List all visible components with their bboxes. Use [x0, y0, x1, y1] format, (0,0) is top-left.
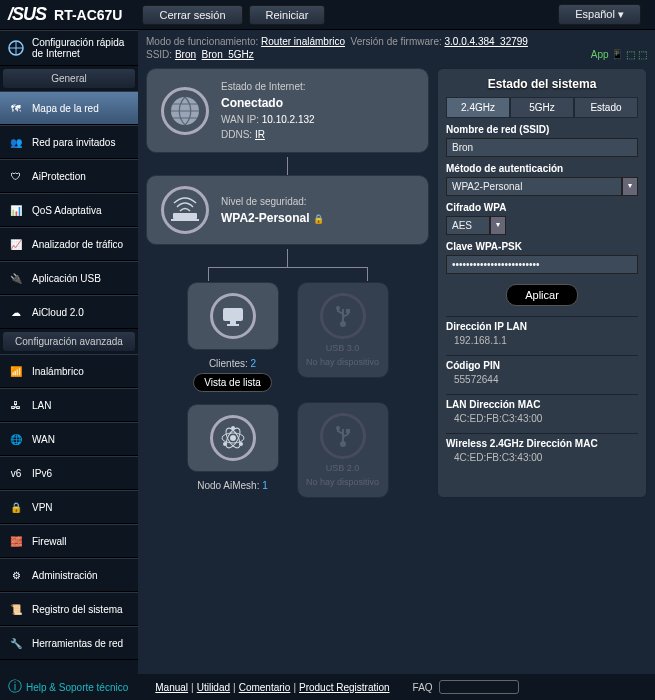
sidebar-item-firewall[interactable]: 🧱Firewall	[0, 524, 138, 558]
sidebar-item-lan[interactable]: 🖧LAN	[0, 388, 138, 422]
chevron-down-icon[interactable]: ▾	[490, 216, 506, 235]
svg-rect-2	[173, 213, 197, 219]
router-card[interactable]: Nivel de seguridad: WPA2-Personal🔒	[146, 175, 429, 245]
logout-button[interactable]: Cerrar sesión	[142, 5, 242, 25]
auth-select[interactable]	[446, 177, 622, 196]
sidebar-item-mapa-de-la-red[interactable]: 🗺Mapa de la red	[0, 91, 138, 125]
system-status-panel: Estado del sistema 2.4GHz 5GHz Estado No…	[437, 68, 647, 498]
internet-card[interactable]: Estado de Internet: Conectado WAN IP: 10…	[146, 68, 429, 153]
svg-rect-19	[346, 429, 350, 433]
svg-point-15	[336, 306, 340, 310]
nav-icon: 🔒	[6, 497, 26, 517]
nav-icon: 🛡	[6, 166, 26, 186]
footer-link-utility[interactable]: Utilidad	[197, 682, 230, 693]
nav-icon: 🖧	[6, 395, 26, 415]
nav-icon: 🧱	[6, 531, 26, 551]
usb2-card[interactable]: USB 2.0 No hay dispositivo	[297, 402, 389, 498]
sidebar-item-registro-del-sistema[interactable]: 📜Registro del sistema	[0, 592, 138, 626]
brand-logo: /SUS	[8, 4, 46, 25]
footer-link-feedback[interactable]: Comentario	[239, 682, 291, 693]
usb3-card[interactable]: USB 3.0 No hay dispositivo	[297, 282, 389, 378]
sidebar-item-administración[interactable]: ⚙Administración	[0, 558, 138, 592]
nav-icon: ⚙	[6, 565, 26, 585]
sidebar-item-aiprotection[interactable]: 🛡AiProtection	[0, 159, 138, 193]
svg-rect-4	[223, 308, 243, 321]
sidebar-item-inalámbrico[interactable]: 📶Inalámbrico	[0, 354, 138, 388]
main-content: Modo de funcionamiento: Router inalámbri…	[138, 30, 655, 682]
usb-icon	[320, 413, 366, 459]
nav-icon: ☁	[6, 302, 26, 322]
chevron-down-icon[interactable]: ▾	[622, 177, 638, 196]
nav-icon: 📜	[6, 599, 26, 619]
svg-rect-6	[227, 324, 239, 326]
tab-status[interactable]: Estado	[574, 97, 638, 118]
usb-icon	[320, 293, 366, 339]
help-icon[interactable]: ⓘ	[8, 678, 22, 696]
aimesh-card[interactable]	[187, 404, 279, 472]
svg-point-7	[230, 435, 236, 441]
apply-button[interactable]: Aplicar	[506, 284, 578, 306]
lock-icon: 🔒	[313, 214, 324, 224]
ssid-input[interactable]	[446, 138, 638, 157]
app-badge[interactable]: App 📱 ⬚ ⬚	[591, 49, 647, 60]
ssid-link-1[interactable]: Bron	[175, 49, 196, 60]
list-view-button[interactable]: Vista de lista	[193, 373, 272, 392]
firmware-link[interactable]: 3.0.0.4.384_32799	[445, 36, 528, 47]
sidebar-item-ipv6[interactable]: v6IPv6	[0, 456, 138, 490]
model-name: RT-AC67U	[54, 7, 122, 23]
encryption-select[interactable]	[446, 216, 490, 235]
sidebar-item-herramientas-de-red[interactable]: 🔧Herramientas de red	[0, 626, 138, 660]
op-mode-link[interactable]: Router inalámbrico	[261, 36, 345, 47]
nav-icon: 🔧	[6, 633, 26, 653]
sidebar-item-qos-adaptativa[interactable]: 📊QoS Adaptativa	[0, 193, 138, 227]
nav-icon: 📊	[6, 200, 26, 220]
language-select[interactable]: Español	[558, 4, 641, 25]
svg-rect-5	[230, 321, 236, 324]
ssid-link-2[interactable]: Bron_5GHz	[202, 49, 254, 60]
footer: ⓘ Help & Soporte técnico Manual| Utilida…	[0, 674, 655, 700]
faq-link[interactable]: FAQ	[413, 682, 433, 693]
wpa-key-input[interactable]	[446, 255, 638, 274]
nav-icon: 📈	[6, 234, 26, 254]
nav-icon: 🌐	[6, 429, 26, 449]
help-link[interactable]: Help & Soporte técnico	[26, 682, 128, 693]
sidebar-item-analizador-de-tráfico[interactable]: 📈Analizador de tráfico	[0, 227, 138, 261]
svg-rect-16	[346, 309, 350, 313]
band-tabs: 2.4GHz 5GHz Estado	[446, 97, 638, 118]
sidebar-advanced-header: Configuración avanzada	[3, 332, 135, 351]
sidebar-general-header: General	[3, 69, 135, 88]
gear-globe-icon	[6, 38, 26, 58]
sidebar-item-vpn[interactable]: 🔒VPN	[0, 490, 138, 524]
tab-24ghz[interactable]: 2.4GHz	[446, 97, 510, 118]
sidebar-item-red-para-invitados[interactable]: 👥Red para invitados	[0, 125, 138, 159]
network-map: Estado de Internet: Conectado WAN IP: 10…	[146, 68, 429, 498]
panel-title: Estado del sistema	[446, 77, 638, 91]
footer-link-register[interactable]: Product Registration	[299, 682, 390, 693]
sidebar-item-wan[interactable]: 🌐WAN	[0, 422, 138, 456]
faq-search[interactable]	[439, 680, 519, 694]
nav-icon: 📶	[6, 361, 26, 381]
aimesh-icon	[210, 415, 256, 461]
nav-icon: 👥	[6, 132, 26, 152]
globe-icon	[161, 87, 209, 135]
header: /SUS RT-AC67U Cerrar sesión Reiniciar Es…	[0, 0, 655, 30]
sidebar-item-aicloud-2.0[interactable]: ☁AiCloud 2.0	[0, 295, 138, 329]
svg-point-18	[336, 426, 340, 430]
tab-5ghz[interactable]: 5GHz	[510, 97, 574, 118]
sidebar-quick-setup[interactable]: Configuración rápida de Internet	[0, 30, 138, 66]
nav-icon: 🔌	[6, 268, 26, 288]
svg-rect-3	[171, 219, 199, 221]
nav-icon: v6	[6, 463, 26, 483]
ddns-link[interactable]: IR	[255, 129, 265, 140]
nav-icon: 🗺	[6, 98, 26, 118]
reboot-button[interactable]: Reiniciar	[249, 5, 326, 25]
footer-link-manual[interactable]: Manual	[155, 682, 188, 693]
router-icon	[161, 186, 209, 234]
monitor-icon	[210, 293, 256, 339]
sidebar-item-aplicación-usb[interactable]: 🔌Aplicación USB	[0, 261, 138, 295]
clients-card[interactable]	[187, 282, 279, 350]
sidebar: Configuración rápida de Internet General…	[0, 30, 138, 682]
